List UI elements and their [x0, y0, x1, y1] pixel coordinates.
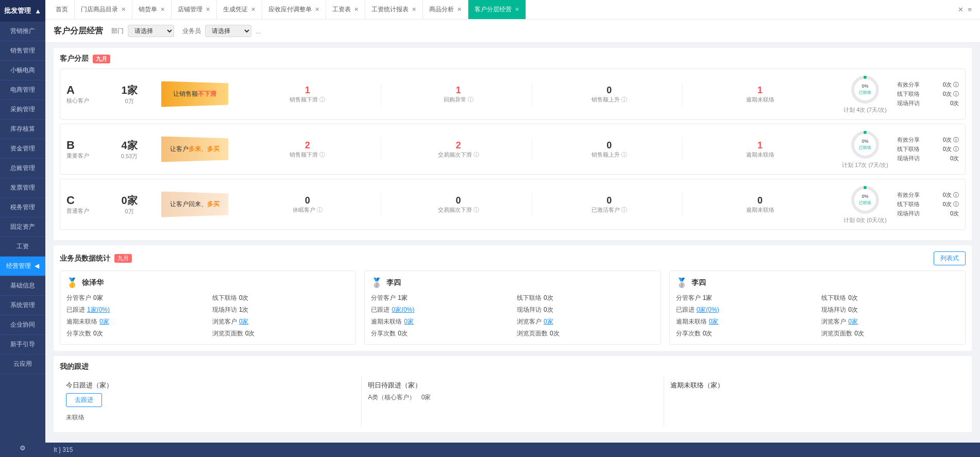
tab-close-store-products[interactable]: ✕	[121, 6, 126, 13]
tier-b-stat-4: 1 逾期未联络	[687, 138, 833, 161]
tier-b-stat-box: 4家 0.53万	[104, 139, 155, 160]
staff-1-stat-分管客户: 分管客户 0家	[66, 294, 204, 302]
staff-2-stat-浏览客户: 浏览客户 0家	[517, 317, 654, 326]
sidebar-item-ecommerce-small[interactable]: 小畅电商	[0, 61, 45, 80]
tabs-close-icon[interactable]: ✕	[958, 6, 964, 13]
sidebar-item-cloud[interactable]: 云应用	[0, 354, 45, 374]
biz-section-title: 业务员数据统计	[60, 254, 110, 263]
sidebar-top[interactable]: 批发管理 ▲	[0, 0, 45, 22]
page-header: 客户分层经营 部门 请选择 业务员 请选择 ...	[45, 20, 980, 43]
svg-text:0%: 0%	[861, 139, 868, 144]
main-area: 首页 门店商品目录 ✕ 销货单 ✕ 店铺管理 ✕ 生成凭证 ✕ 应收应付调整单 …	[45, 0, 980, 457]
followup-tomorrow: 明日待跟进（家） A类（核心客户） 0家	[362, 377, 664, 426]
tab-home[interactable]: 首页	[49, 0, 75, 20]
tab-voucher[interactable]: 生成凭证 ✕	[217, 0, 262, 20]
tier-c-trapezoid: 让客户回来、多买	[161, 192, 228, 217]
tab-store-products[interactable]: 门店商品目录 ✕	[75, 0, 132, 20]
staff-medal-1: 🥇	[66, 277, 78, 289]
svg-point-4	[853, 132, 877, 157]
tab-close-store-manage[interactable]: ✕	[206, 6, 210, 13]
svg-point-0	[853, 77, 877, 102]
staff-3-stats: 分管客户 1家 线下联络 0次 已跟进 0家(0%) 现场拜访	[676, 294, 959, 338]
tier-a-stat-box: 1家 0万	[104, 83, 155, 105]
tab-close-sales-order[interactable]: ✕	[160, 6, 165, 13]
biz-title-row: 业务员数据统计 九月	[60, 254, 132, 263]
tabs-menu-icon[interactable]: ≡	[968, 6, 972, 13]
tier-c-stats: 0 休眠客户 ⓘ 0 交易频次下滑 ⓘ 0 已激活客户 ⓘ 0 逾期未联络	[234, 193, 833, 216]
list-view-button[interactable]: 列表式	[934, 251, 966, 265]
dept-select[interactable]: 请选择	[128, 25, 174, 37]
followup-tomorrow-sub: A类（核心客户） 0家	[368, 393, 657, 402]
sidebar-item-tax[interactable]: 税务管理	[0, 198, 45, 217]
sidebar-item-operations[interactable]: 经营管理 ◀	[0, 257, 45, 276]
goto-followup-button[interactable]: 去跟进	[66, 393, 102, 407]
tab-close-voucher[interactable]: ✕	[251, 6, 256, 13]
staff-3-stat-浏览客户: 浏览客户 0家	[821, 317, 959, 326]
sidebar-item-ledger[interactable]: 总账管理	[0, 159, 45, 178]
sidebar-item-invoice[interactable]: 发票管理	[0, 178, 45, 198]
tier-c-stat-1: 0 休眠客户 ⓘ	[234, 193, 381, 216]
sidebar-item-purchase[interactable]: 采购管理	[0, 100, 45, 120]
status-text: It } 315	[54, 446, 73, 453]
followup-today-title: 今日跟进（家）	[66, 381, 355, 390]
tier-c-right-stats: 有效分享0次 ⓘ 线下联络0次 ⓘ 现场拜访0次	[897, 191, 959, 217]
more-options-icon[interactable]: ...	[256, 27, 261, 35]
followup-tomorrow-title: 明日待跟进（家）	[368, 381, 657, 390]
sidebar-item-payroll[interactable]: 工资	[0, 237, 45, 257]
sidebar-item-basics[interactable]: 基础信息	[0, 276, 45, 296]
staff-1-stat-浏览页面数: 浏览页面数 0次	[212, 329, 350, 338]
sidebar: 批发管理 ▲ 营销推广 销售管理 小畅电商 电商管理 采购管理 库存核算 资金管…	[0, 0, 45, 457]
tier-c-circle: 0% 已联络 计划 0次 (0天/次)	[839, 184, 891, 224]
page-title: 客户分层经营	[54, 26, 103, 37]
tier-b-right-stats: 有效分享0次 ⓘ 线下联络0次 ⓘ 现场拜访0次	[897, 136, 959, 162]
sidebar-item-assets[interactable]: 固定资产	[0, 217, 45, 237]
tab-store-manage[interactable]: 店铺管理 ✕	[172, 0, 217, 20]
staff-1-stat-浏览客户: 浏览客户 0家	[212, 317, 350, 326]
staff-1-stat-线下联络: 线下联络 0次	[212, 294, 350, 302]
staff-filter: 业务员 请选择 ...	[182, 25, 261, 37]
staff-2-stat-已跟进: 已跟进 0家(0%)	[371, 306, 509, 314]
svg-text:0%: 0%	[861, 194, 868, 199]
followup-today-sub: 未联络	[66, 413, 355, 422]
tab-ar-ap[interactable]: 应收应付调整单 ✕	[262, 0, 326, 20]
sidebar-item-inventory[interactable]: 库存核算	[0, 120, 45, 139]
tier-c-stat-2: 0 交易频次下滑 ⓘ	[385, 193, 532, 216]
staff-name-2: 🥈 李四	[371, 277, 654, 289]
tab-close-ar-ap[interactable]: ✕	[315, 6, 319, 13]
tab-close-payroll-report[interactable]: ✕	[412, 6, 416, 13]
sidebar-item-ecommerce[interactable]: 电商管理	[0, 80, 45, 100]
followup-overdue-title: 逾期未联络（家）	[670, 381, 959, 390]
followup-today: 今日跟进（家） 去跟进 未联络	[60, 377, 362, 426]
customer-tier-title: 客户分层 九月	[60, 54, 966, 63]
sidebar-collapse-icon[interactable]: ▲	[35, 7, 41, 15]
sidebar-item-sales[interactable]: 销售管理	[0, 41, 45, 61]
sidebar-item-guide[interactable]: 新手引导	[0, 335, 45, 354]
svg-point-8	[853, 188, 877, 212]
tab-customer-tier[interactable]: 客户分层经营 ✕	[468, 0, 526, 20]
staff-name-1: 🥇 徐泽华	[66, 277, 349, 289]
settings-button[interactable]: ⚙	[0, 439, 45, 457]
staff-3-stat-分管客户: 分管客户 1家	[676, 294, 814, 302]
svg-text:已联络: 已联络	[859, 90, 871, 95]
tab-sales-order[interactable]: 销货单 ✕	[132, 0, 172, 20]
sidebar-item-collab[interactable]: 企业协同	[0, 315, 45, 335]
tier-row-a: A 核心客户 1家 0万 让销售额不下滑 1 销售额下滑 ⓘ 1	[60, 69, 966, 120]
staff-label: 业务员	[182, 27, 201, 36]
followup-header: 我的跟进	[60, 362, 966, 371]
tier-b-circle: 0% 已联络 计划 17次 (7天/次)	[839, 129, 891, 169]
tab-close-customer-tier[interactable]: ✕	[515, 6, 519, 13]
staff-select[interactable]: 请选择	[205, 25, 251, 37]
sidebar-item-system[interactable]: 系统管理	[0, 296, 45, 315]
staff-2-stats: 分管客户 1家 线下联络 0次 已跟进 0家(0%) 现场拜访	[371, 294, 654, 338]
followup-cols: 今日跟进（家） 去跟进 未联络 明日待跟进（家） A类（核心客户） 0家 逾期未…	[60, 377, 966, 426]
tab-close-payroll[interactable]: ✕	[354, 6, 359, 13]
sidebar-item-marketing[interactable]: 营销推广	[0, 22, 45, 41]
sidebar-item-finance[interactable]: 资金管理	[0, 139, 45, 159]
tab-payroll-report[interactable]: 工资统计报表 ✕	[365, 0, 423, 20]
biz-stats-section: 业务员数据统计 九月 列表式 🥇 徐泽华 分管客户 0家	[54, 245, 972, 351]
customer-tier-section: 客户分层 九月 A 核心客户 1家 0万 让销售额不下滑 1	[54, 48, 972, 240]
tab-payroll[interactable]: 工资表 ✕	[326, 0, 365, 20]
svg-text:0%: 0%	[861, 83, 868, 89]
tab-product-analysis[interactable]: 商品分析 ✕	[423, 0, 468, 20]
tab-close-product-analysis[interactable]: ✕	[457, 6, 462, 13]
